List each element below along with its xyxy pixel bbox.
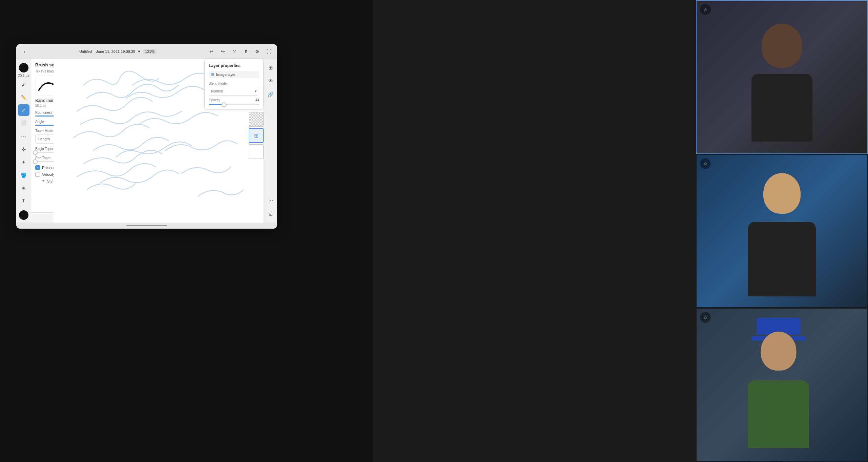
canvas-corner-btn[interactable]: ⊡	[265, 208, 276, 220]
toolbar-left: ‹	[20, 47, 28, 56]
opacity-label: Opacity	[209, 98, 220, 102]
stylus-icon: ✒	[42, 179, 45, 183]
layer-add-btn[interactable]: ⊞	[265, 62, 276, 73]
transform-tool-btn[interactable]: ✛	[18, 144, 29, 155]
layer-thumb-1[interactable]	[249, 112, 264, 127]
color-swatch-bottom[interactable]	[19, 210, 28, 220]
layer-thumbnails: ⊞	[249, 112, 264, 159]
person1-body	[751, 74, 812, 142]
middle-area	[291, 0, 373, 462]
video-cell-2: ☆	[696, 154, 868, 308]
layer-thumb-1-checker	[249, 112, 263, 126]
video-bg-1	[697, 1, 867, 153]
begin-taper-label: Begin Taper	[35, 147, 53, 151]
video-cell-3: ☆	[696, 308, 868, 462]
app-bottom-bar	[16, 223, 277, 229]
eraser-tool-btn[interactable]: ⬜	[18, 117, 29, 129]
text-tool-btn-container: T	[18, 195, 29, 206]
opacity-slider-thumb[interactable]	[222, 102, 226, 107]
tools-sidebar: 20.1 px 🖌 ✏️ 🖊 ⬜ 〰 ✛ ✦ 🪣 ◈ T	[16, 59, 31, 223]
video-cell-1: ☆	[696, 0, 868, 154]
settings-button[interactable]: ⚙	[253, 47, 262, 56]
image-layer-label: Image layer	[216, 72, 235, 77]
blend-mode-chevron: ▾	[255, 89, 257, 93]
star-icon-3: ☆	[703, 315, 708, 320]
layer-thumb-3[interactable]	[249, 144, 264, 159]
blend-mode-label: Blend mode	[209, 82, 259, 85]
share-button[interactable]: ⬆	[242, 47, 250, 56]
blend-mode-value: Normal	[211, 89, 223, 93]
layer-properties-panel: Layer properties ⊞ Image layer Blend mod…	[204, 59, 264, 109]
zoom-level[interactable]: 121%	[143, 49, 157, 54]
blend-mode-dropdown[interactable]: Normal ▾	[209, 87, 259, 96]
angle-label: Angle	[35, 120, 44, 124]
person3-body	[748, 380, 809, 448]
video-bg-3	[697, 309, 867, 461]
star-button-1[interactable]: ☆	[700, 4, 711, 15]
velocity-dynamics-checkbox[interactable]	[35, 172, 40, 177]
canvas-area: ‹ Untitled – June 11, 2021 19:09:38 ▼ 12…	[0, 0, 291, 462]
layer-panel-title: Layer properties	[209, 63, 259, 68]
more-btn-container: ⋯	[265, 195, 276, 206]
right-sidebar: ⊞ 👁 🔗 ⋯ ⊡	[264, 59, 277, 223]
brush-size-badge: 20.1 px	[18, 74, 29, 78]
star-icon-2: ☆	[703, 161, 708, 166]
end-taper-slider-thumb[interactable]	[33, 159, 38, 164]
opacity-row: Opacity 44	[209, 98, 259, 102]
layer-thumb-2[interactable]: ⊞	[249, 128, 264, 143]
title-dropdown-icon[interactable]: ▼	[137, 49, 141, 54]
brush-tool-btn[interactable]: 🖌	[18, 79, 29, 90]
person1-head	[762, 24, 802, 68]
smudge-tool-btn[interactable]: 〰	[18, 131, 29, 143]
person2-head	[763, 173, 801, 214]
fullscreen-button[interactable]: ⛶	[265, 47, 273, 56]
star-button-2[interactable]: ☆	[700, 158, 711, 169]
layer-type-row[interactable]: ⊞ Image layer	[209, 71, 259, 78]
end-taper-label: End Taper	[35, 156, 50, 160]
toolbar-right: ↩ ↪ ? ⬆ ⚙ ⛶	[207, 47, 273, 56]
image-layer-icon: ⊞	[211, 72, 214, 77]
layer-link-btn[interactable]: 🔗	[265, 89, 276, 100]
star-icon-1: ☆	[703, 7, 708, 12]
person2-body	[748, 222, 816, 296]
person3-head	[761, 332, 796, 371]
layer-toggle-btn[interactable]: 👁	[265, 75, 276, 87]
text-tool-btn[interactable]: T	[18, 195, 29, 206]
color-swatch-top[interactable]	[19, 63, 28, 72]
selection-tool-btn[interactable]: ✦	[18, 156, 29, 168]
pencil-tool-btn[interactable]: ✏️	[18, 91, 29, 103]
roundness-label: Roundness	[35, 111, 53, 114]
bottom-bar-pill	[126, 225, 167, 226]
taper-mode-value: Length	[38, 137, 50, 141]
toolbar: ‹ Untitled – June 11, 2021 19:09:38 ▼ 12…	[16, 44, 277, 59]
video-grid: ☆ ☆ ☆	[696, 0, 868, 462]
video-bg-2	[697, 155, 867, 308]
app-window: ‹ Untitled – June 11, 2021 19:09:38 ▼ 12…	[16, 44, 277, 229]
color-fill-tool-btn[interactable]: 🪣	[18, 169, 29, 181]
back-button[interactable]: ‹	[20, 47, 28, 56]
ink-tool-btn[interactable]: 🖊	[18, 104, 29, 116]
opacity-value: 44	[255, 98, 259, 102]
opacity-slider-track[interactable]	[209, 104, 259, 105]
toolbar-center: Untitled – June 11, 2021 19:09:38 ▼ 121%	[79, 49, 157, 54]
more-options-btn[interactable]: ⋯	[265, 195, 276, 206]
adjustments-tool-btn[interactable]: ◈	[18, 182, 29, 194]
redo-button[interactable]: ↪	[219, 47, 227, 56]
help-button[interactable]: ?	[230, 47, 239, 56]
pressure-dynamics-checkbox[interactable]	[35, 165, 40, 170]
document-title[interactable]: Untitled – June 11, 2021 19:09:38	[79, 49, 135, 54]
undo-button[interactable]: ↩	[207, 47, 215, 56]
begin-taper-slider-thumb[interactable]	[33, 150, 38, 155]
